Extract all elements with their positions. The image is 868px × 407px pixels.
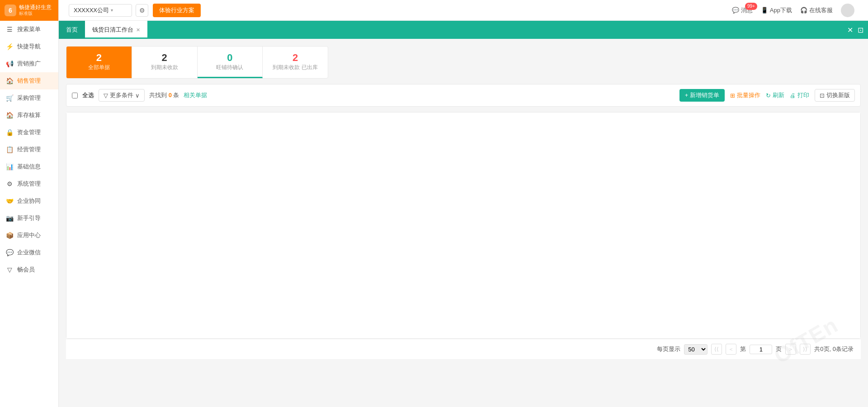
sidebar-item-app-center[interactable]: 📦 应用中心	[0, 227, 58, 244]
sidebar-logo-icon: 6	[5, 5, 16, 16]
sidebar-item-search[interactable]: ☰ 搜索菜单	[0, 21, 58, 38]
related-link[interactable]: 相关单据	[184, 91, 207, 99]
trial-button[interactable]: 体验行业方案	[153, 4, 201, 17]
message-badge: 99+	[745, 3, 757, 10]
stats-tab-overdue-out[interactable]: 2 到期未收款 已出库	[263, 47, 328, 78]
switch-version-button[interactable]: ⊡ 切换新版	[815, 89, 855, 102]
company-selector[interactable]: XXXXXX公司 ▾	[69, 4, 132, 17]
expand-icon[interactable]: ⊡	[858, 26, 863, 34]
sidebar-item-marketing[interactable]: 📢 营销推广	[0, 55, 58, 72]
sidebar-item-label: 经营管理	[17, 145, 41, 154]
stats-overdue-label: 到期未收款	[151, 64, 178, 70]
sidebar-item-label: 企业微信	[17, 248, 41, 257]
guide-icon: 📷	[5, 215, 14, 222]
quick-nav-icon: ⚡	[5, 43, 14, 50]
stats-all-num: 2	[74, 52, 124, 64]
sidebar-item-finance[interactable]: 🔒 资金管理	[0, 124, 58, 141]
stats-tab-overdue[interactable]: 2 到期未收款	[132, 47, 198, 78]
wechat-icon: 💬	[5, 249, 14, 256]
filter-icon: ▽	[104, 92, 108, 99]
sidebar-item-label: 采购管理	[17, 94, 41, 102]
tab-work-label: 钱货日清工作台	[92, 26, 133, 34]
sidebar-item-enterprise[interactable]: 🤝 企业协同	[0, 192, 58, 210]
sidebar-item-system[interactable]: ⚙ 系统管理	[0, 175, 58, 192]
toolbar-right: + 新增销货单 ⊞ 批量操作 ↻ 刷新 🖨 打印 ⊡ 切换新版	[679, 89, 855, 102]
marketing-icon: 📢	[5, 60, 14, 67]
batch-operation-button[interactable]: ⊞ 批量操作	[730, 91, 760, 99]
stats-overdue-out-num: 2	[270, 52, 321, 64]
sidebar-item-label: 营销推广	[17, 60, 41, 68]
app-download-button[interactable]: 📱 App下载	[761, 6, 792, 14]
stats-tabs: 2 全部单据 2 到期未收款 0 旺铺待确认 2 到期未收款 已出库	[66, 46, 328, 79]
refresh-button[interactable]: ↻ 刷新	[766, 91, 784, 99]
sidebar-item-label: 基础信息	[17, 163, 41, 171]
stats-tab-pending[interactable]: 0 旺铺待确认	[198, 47, 263, 78]
sidebar-item-guide[interactable]: 📷 新手引导	[0, 210, 58, 227]
nav-tabs-actions: ✕ ⊡	[847, 21, 868, 39]
first-page-button[interactable]: ⟨⟨	[711, 344, 722, 355]
print-icon: 🖨	[790, 92, 796, 99]
service-icon: 🎧	[800, 7, 807, 14]
gear-icon: ⚙	[139, 7, 145, 14]
sidebar-item-purchase[interactable]: 🛒 采购管理	[0, 89, 58, 107]
app-name: 畅捷通好生意	[19, 4, 52, 10]
sidebar-item-quick-nav[interactable]: ⚡ 快捷导航	[0, 38, 58, 55]
sidebar-search-label: 搜索菜单	[17, 25, 41, 33]
settings-button[interactable]: ⚙	[136, 4, 148, 17]
sidebar-item-label: 系统管理	[17, 180, 41, 188]
company-name: XXXXXX公司	[74, 6, 109, 14]
sidebar-item-sales[interactable]: 🏠 销售管理	[0, 72, 58, 89]
filter-button[interactable]: ▽ 更多条件 ∨	[99, 89, 145, 102]
header-right: 💬 消息 99+ 📱 App下载 🎧 在线客服	[732, 4, 863, 17]
app-version: 标准版	[19, 10, 52, 17]
close-all-tabs-icon[interactable]: ✕	[847, 26, 853, 34]
stats-pending-num: 0	[205, 52, 255, 64]
tab-work[interactable]: 钱货日清工作台 ✕	[85, 21, 147, 39]
sidebar-item-basic-info[interactable]: 📊 基础信息	[0, 158, 58, 175]
message-button[interactable]: 💬 消息 99+	[732, 6, 753, 14]
new-sales-order-button[interactable]: + 新增销货单	[679, 89, 725, 102]
sidebar-item-label: 应用中心	[17, 231, 41, 239]
stats-all-label: 全部单据	[88, 64, 110, 70]
sidebar-item-label: 快捷导航	[17, 42, 41, 51]
sidebar-item-label: 销售管理	[17, 77, 41, 85]
stats-overdue-num: 2	[139, 52, 190, 64]
search-menu-icon: ☰	[5, 26, 14, 33]
toolbar-left: 全选 ▽ 更多条件 ∨ 共找到 0 条 相关单据	[72, 89, 675, 102]
table-body	[66, 112, 860, 338]
top-header: XXXXXX公司 ▾ ⚙ 体验行业方案 💬 消息 99+ 📱 App下载 🎧 在…	[59, 0, 868, 21]
last-page-button[interactable]: ⟩⟩	[800, 344, 811, 355]
sidebar-logo: 6 畅捷通好生意 标准版	[0, 0, 58, 21]
online-service-button[interactable]: 🎧 在线客服	[800, 6, 833, 14]
main-content: 2 全部单据 2 到期未收款 0 旺铺待确认 2 到期未收款 已出库 全选 ▽ …	[59, 39, 868, 407]
print-button[interactable]: 🖨 打印	[790, 91, 809, 99]
current-page-input[interactable]	[750, 345, 772, 354]
next-page-button[interactable]: ＞	[785, 344, 796, 355]
enterprise-icon: 🤝	[5, 197, 14, 205]
close-tab-icon[interactable]: ✕	[136, 27, 140, 33]
sidebar-item-label: 企业协同	[17, 197, 41, 205]
per-page-select[interactable]: 50 20 100	[684, 344, 708, 355]
system-icon: ⚙	[5, 180, 14, 187]
sidebar-item-operations[interactable]: 📋 经营管理	[0, 141, 58, 158]
basic-info-icon: 📊	[5, 163, 14, 170]
inventory-icon: 🏠	[5, 112, 14, 119]
nav-tabs: 首页 钱货日清工作台 ✕ ✕ ⊡	[59, 21, 868, 39]
avatar[interactable]	[841, 4, 854, 17]
stats-tab-all[interactable]: 2 全部单据	[66, 47, 132, 78]
finance-icon: 🔒	[5, 129, 14, 136]
select-all-checkbox[interactable]	[72, 93, 78, 98]
sidebar-item-label: 新手引导	[17, 214, 41, 222]
operations-icon: 📋	[5, 146, 14, 153]
stats-overdue-out-label: 到期未收款 已出库	[273, 64, 317, 70]
found-count: 0	[169, 92, 172, 98]
sidebar-item-inventory[interactable]: 🏠 库存核算	[0, 107, 58, 124]
prev-page-button[interactable]: ＜	[726, 344, 736, 355]
stats-pending-label: 旺铺待确认	[216, 64, 243, 70]
found-text: 共找到 0 条	[149, 91, 179, 99]
filter-chevron-icon: ∨	[135, 92, 140, 99]
app-download-label: App下载	[770, 6, 792, 14]
tab-home[interactable]: 首页	[59, 21, 85, 39]
sidebar-item-member[interactable]: ▽ 畅会员	[0, 261, 58, 278]
sidebar-item-wechat[interactable]: 💬 企业微信	[0, 244, 58, 261]
